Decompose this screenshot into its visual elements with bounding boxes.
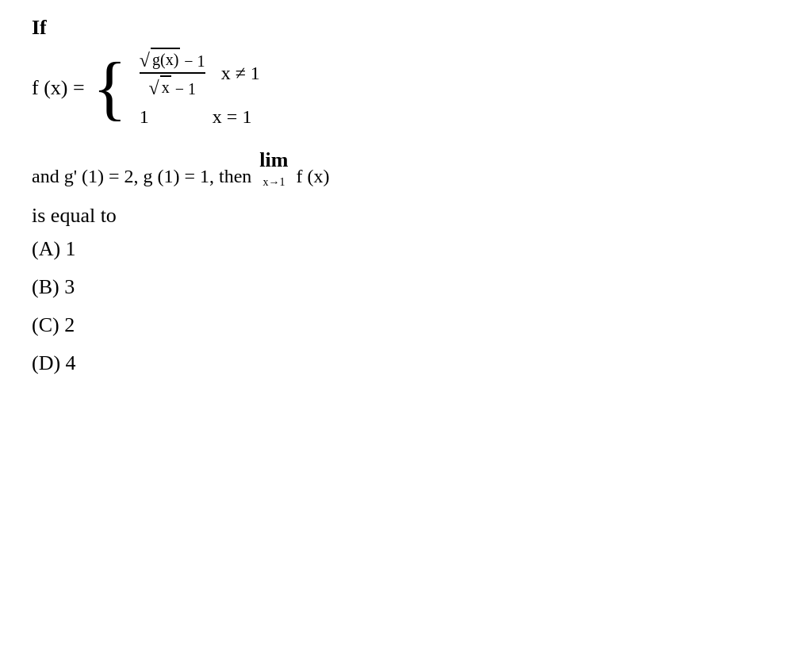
sqrt-radical: √ <box>140 51 150 70</box>
case1-condition: x ≠ 1 <box>221 63 260 84</box>
lim-fx: f (x) <box>296 166 329 186</box>
option-b[interactable]: (B) 3 <box>32 275 780 299</box>
gx-content: g(x) <box>151 48 180 70</box>
numerator: √ g(x) − 1 <box>140 48 205 74</box>
cases-container: √ g(x) − 1 √ x − 1 x ≠ 1 1 x = <box>140 48 260 128</box>
option-d[interactable]: (D) 4 <box>32 351 780 375</box>
if-label: If <box>32 16 780 40</box>
sqrt-x: √ x <box>149 75 171 98</box>
case2-condition: x = 1 <box>213 106 252 128</box>
case2-value: 1 <box>140 106 149 128</box>
piecewise-function: f (x) = { √ g(x) − 1 √ x <box>32 48 780 128</box>
x-content: x <box>160 75 171 98</box>
sqrt-radical-x: √ <box>149 79 159 98</box>
options-list: (A) 1 (B) 3 (C) 2 (D) 4 <box>32 237 780 375</box>
left-brace: { <box>93 52 127 124</box>
denominator: √ x − 1 <box>149 74 196 98</box>
fx-label: f (x) = <box>32 76 85 100</box>
and-line: and g' (1) = 2, g (1) = 1, then lim x→1 … <box>32 144 780 191</box>
is-equal-label: is equal to <box>32 204 780 228</box>
case1-row: √ g(x) − 1 √ x − 1 x ≠ 1 <box>140 48 260 98</box>
lim-subscript: x→1 <box>262 174 285 191</box>
minus-one-num: − 1 <box>184 52 205 70</box>
option-a[interactable]: (A) 1 <box>32 237 780 261</box>
lim-word: lim <box>259 144 288 177</box>
sqrt-gx: √ g(x) <box>140 48 181 70</box>
lim-group: lim x→1 <box>259 144 288 191</box>
fraction: √ g(x) − 1 √ x − 1 <box>140 48 205 98</box>
and-text: and g' (1) = 2, g (1) = 1, then <box>32 166 256 186</box>
minus-one-den: − 1 <box>175 80 196 98</box>
option-c[interactable]: (C) 2 <box>32 313 780 337</box>
case2-row: 1 x = 1 <box>140 106 260 128</box>
